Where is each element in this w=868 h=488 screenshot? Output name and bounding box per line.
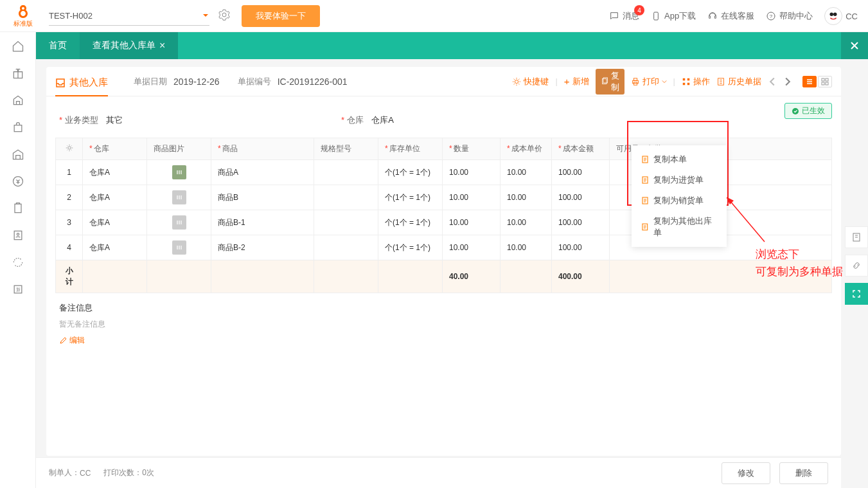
next-button[interactable] (783, 77, 792, 86)
view-toggle (802, 76, 832, 87)
copy-label: 复制 (611, 70, 619, 93)
copy-menu-item[interactable]: 复制为销货单 (632, 190, 727, 211)
main-area: 首页 查看其他入库单 × 其他入库 单据日期 2019-12-26 单据编号 I… (36, 32, 868, 488)
modify-button[interactable]: 修改 (722, 462, 770, 484)
settings-button[interactable] (218, 9, 230, 23)
sidebar-gift[interactable] (10, 66, 26, 81)
copy-menu-item[interactable]: 复制本单 (632, 149, 727, 170)
tab-home[interactable]: 首页 (36, 32, 80, 59)
help-icon: ? (766, 11, 776, 21)
menu-item-label: 复制为销货单 (653, 195, 704, 206)
row-product: 商品B-1 (211, 210, 314, 235)
row-amount: 100.00 (552, 235, 610, 260)
th-gear[interactable] (56, 138, 83, 160)
sidebar: 新 (0, 32, 36, 488)
company-name: TEST-H002 (49, 11, 93, 21)
online-service-link[interactable]: 在线客服 (707, 10, 754, 22)
subtotal-label: 小计 (56, 260, 83, 293)
docno-value: IC-20191226-001 (278, 77, 348, 87)
company-selector[interactable]: TEST-H002 (49, 6, 209, 26)
svg-rect-28 (826, 82, 828, 85)
history-icon (716, 77, 725, 86)
sidebar-contact[interactable] (10, 228, 26, 243)
add-label: 新增 (572, 76, 589, 87)
row-amount: 100.00 (552, 160, 610, 185)
tab-active[interactable]: 查看其他入库单 × (80, 32, 178, 59)
float-link[interactable] (845, 255, 868, 276)
th-price: *成本单价 (500, 138, 552, 160)
history-button[interactable]: 历史单据 (716, 76, 761, 87)
svg-rect-9 (15, 204, 21, 212)
tab-close-icon[interactable]: × (159, 40, 165, 51)
doc-icon (641, 176, 650, 185)
grid-icon (682, 77, 691, 86)
help-center-link[interactable]: ? 帮助中心 (766, 10, 813, 22)
row-amount: 100.00 (552, 185, 610, 210)
view-list[interactable] (802, 76, 817, 87)
svg-rect-20 (683, 78, 686, 80)
row-idx: 2 (56, 185, 83, 210)
copy-menu-item[interactable]: 复制为其他出库单 (632, 211, 727, 243)
copy-button[interactable]: 复制 (596, 69, 624, 95)
status-badge: 已生效 (784, 103, 832, 119)
chevron-down-icon (662, 79, 667, 84)
footer-bar: 制单人： CC 打印次数： 0次 修改 删除 (36, 457, 841, 488)
inbox-icon (55, 78, 66, 88)
sidebar-home[interactable] (10, 39, 26, 54)
trial-button[interactable]: 我要体验一下 (242, 5, 320, 27)
svg-rect-22 (683, 82, 686, 85)
sidebar-sync[interactable] (10, 255, 26, 270)
th-product: *商品 (211, 138, 314, 160)
contact-icon (12, 229, 24, 242)
row-product: 商品B (211, 185, 314, 210)
row-spec (314, 235, 378, 260)
sidebar-store[interactable] (10, 93, 26, 108)
svg-point-3 (827, 10, 840, 23)
panel-tab[interactable]: 其他入库 (55, 67, 108, 96)
user-menu[interactable]: CC (824, 7, 858, 25)
prev-button[interactable] (768, 77, 777, 86)
svg-rect-27 (822, 82, 824, 85)
row-idx: 4 (56, 235, 83, 260)
row-price: 10.00 (500, 185, 552, 210)
sidebar-warehouse[interactable] (10, 147, 26, 162)
footer-actions: 修改 删除 (722, 462, 828, 484)
delete-button[interactable]: 删除 (779, 462, 828, 484)
shortcut-label: 快捷键 (524, 76, 549, 87)
row-warehouse: 仓库A (83, 210, 147, 235)
print-button[interactable]: 打印 (631, 76, 667, 87)
grid-small-icon (821, 78, 829, 86)
shortcut-button[interactable]: 快捷键 (512, 76, 549, 87)
operate-button[interactable]: 操作 (682, 76, 710, 87)
th-unit-label: 库存单位 (389, 144, 420, 153)
messages-link[interactable]: 消息 4 (609, 10, 639, 22)
phone-icon (651, 11, 661, 21)
row-spec (314, 160, 378, 185)
th-amount: *成本金额 (552, 138, 610, 160)
sidebar-finance[interactable] (10, 174, 26, 189)
print-count-value: 0次 (142, 467, 154, 478)
row-spec (314, 185, 378, 210)
float-expand[interactable] (845, 283, 868, 305)
close-all-tabs[interactable] (841, 32, 868, 59)
add-button[interactable]: + 新增 (564, 76, 589, 87)
row-qty: 10.00 (443, 160, 500, 185)
float-note[interactable] (845, 226, 868, 248)
app-download-link[interactable]: App下载 (651, 10, 696, 22)
biz-type-field: *业务类型 其它 (59, 114, 123, 126)
edit-remarks-button[interactable]: 编辑 (59, 335, 828, 346)
sidebar-new[interactable]: 新 (10, 282, 26, 297)
copy-menu-item[interactable]: 复制为进货单 (632, 170, 727, 190)
row-product: 商品A (211, 160, 314, 185)
sidebar-report[interactable] (10, 201, 26, 216)
sidebar-bag[interactable] (10, 120, 26, 135)
svg-text:新: 新 (15, 287, 20, 292)
operate-label: 操作 (693, 76, 710, 87)
warehouse-label: 仓库 (347, 115, 364, 125)
row-unit: 个(1个 = 1个) (378, 210, 443, 235)
svg-rect-25 (822, 78, 824, 81)
panel-tab-label: 其他入库 (69, 77, 108, 89)
remarks-empty: 暂无备注信息 (59, 319, 828, 330)
view-grid[interactable] (818, 76, 832, 87)
menu-item-label: 复制本单 (653, 154, 687, 165)
